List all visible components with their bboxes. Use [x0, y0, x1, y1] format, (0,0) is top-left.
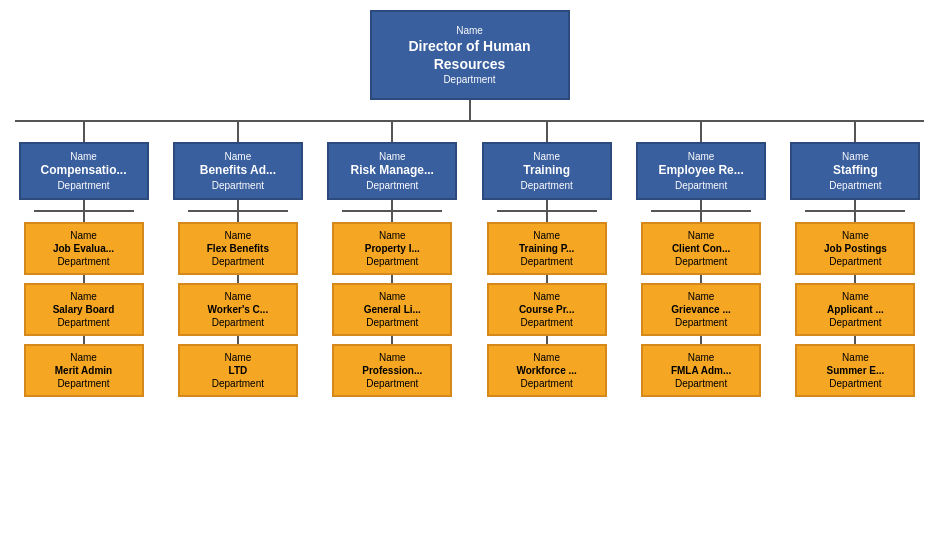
benefits-child-1: Name Flex Benefits Department: [178, 222, 298, 275]
tick-2: [237, 122, 239, 142]
root-vline: [469, 100, 471, 120]
comp-name: Name: [31, 150, 137, 163]
tick-5: [700, 122, 702, 142]
root-connector: [5, 100, 934, 120]
tick-6: [854, 122, 856, 142]
col-compensation: Name Compensatio... Department Name Job …: [10, 142, 158, 397]
comp-title: Compensatio...: [31, 163, 137, 179]
training-child-3: Name Workforce ... Department: [487, 344, 607, 397]
tick-1: [83, 122, 85, 142]
columns-row: Name Compensatio... Department Name Job …: [10, 142, 930, 397]
tick-col-3: [318, 122, 466, 142]
comp-child-1: Name Job Evalua... Department: [24, 222, 144, 275]
root-title: Director of Human Resources: [387, 37, 553, 73]
training-child-1: Name Training P... Department: [487, 222, 607, 275]
root-level: Name Director of Human Resources Departm…: [5, 10, 934, 100]
risk-child-3: Name Profession... Department: [332, 344, 452, 397]
col-employee: Name Employee Re... Department Name Clie…: [627, 142, 775, 397]
employee-child-1: Name Client Con... Department: [641, 222, 761, 275]
employee-child-3: Name FMLA Adm... Department: [641, 344, 761, 397]
col-risk-header: Name Risk Manage... Department: [327, 142, 457, 200]
root-name: Name: [387, 24, 553, 37]
tick-col-5: [627, 122, 775, 142]
tick-3: [391, 122, 393, 142]
col-employee-header: Name Employee Re... Department: [636, 142, 766, 200]
col-risk: Name Risk Manage... Department Name Prop…: [318, 142, 466, 397]
benefits-child-2: Name Worker's C... Department: [178, 283, 298, 336]
col-benefits-header: Name Benefits Ad... Department: [173, 142, 303, 200]
col-training-header: Name Training Department: [482, 142, 612, 200]
tick-col-6: [781, 122, 929, 142]
employee-child-2: Name Grievance ... Department: [641, 283, 761, 336]
root-dept: Department: [387, 73, 553, 86]
col-staffing: Name Staffing Department Name Job Postin…: [781, 142, 929, 397]
comp-vline: [83, 200, 85, 210]
comp-child-3: Name Merit Admin Department: [24, 344, 144, 397]
comp-child-vline: [83, 212, 85, 222]
training-child-2: Name Course Pr... Department: [487, 283, 607, 336]
tick-4: [546, 122, 548, 142]
root-node: Name Director of Human Resources Departm…: [370, 10, 570, 100]
benefits-child-3: Name LTD Department: [178, 344, 298, 397]
comp-dept: Department: [31, 179, 137, 192]
col-compensation-header: Name Compensatio... Department: [19, 142, 149, 200]
org-chart: Name Director of Human Resources Departm…: [0, 0, 939, 407]
tick-row: [10, 122, 930, 142]
tick-col-4: [473, 122, 621, 142]
staffing-child-1: Name Job Postings Department: [795, 222, 915, 275]
staffing-child-2: Name Applicant ... Department: [795, 283, 915, 336]
col-benefits: Name Benefits Ad... Department Name Flex…: [164, 142, 312, 397]
staffing-child-3: Name Summer E... Department: [795, 344, 915, 397]
comp-child-2: Name Salary Board Department: [24, 283, 144, 336]
risk-child-1: Name Property I... Department: [332, 222, 452, 275]
col-training: Name Training Department Name Training P…: [473, 142, 621, 397]
col-staffing-header: Name Staffing Department: [790, 142, 920, 200]
tick-col-1: [10, 122, 158, 142]
tick-col-2: [164, 122, 312, 142]
risk-child-2: Name General Li... Department: [332, 283, 452, 336]
